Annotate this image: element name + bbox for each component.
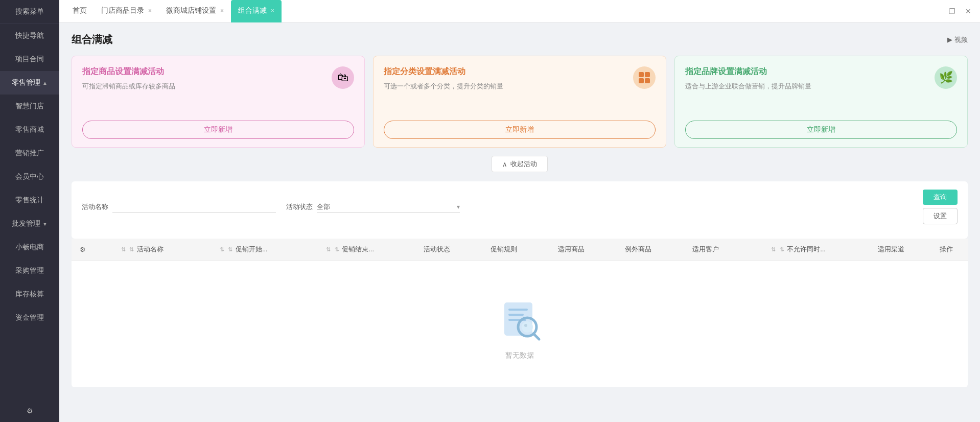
sidebar-item-inventory-calc[interactable]: 库存核算 — [0, 283, 59, 306]
chevron-down-icon: ▼ — [42, 221, 48, 227]
tab-store-catalog[interactable]: 门店商品目录 × — [94, 0, 159, 22]
svg-point-9 — [522, 321, 533, 333]
table-col-promo-start[interactable]: ⇅ 促销开始... — [191, 239, 297, 261]
table-header-row: ⚙ ⇅ 活动名称 ⇅ 促销开始... ⇅ 促销结束... — [72, 239, 968, 261]
sidebar-item-label: 会员中心 — [15, 172, 44, 181]
promo-card-desc: 可指定滞销商品或库存较多商品 — [82, 81, 354, 113]
sidebar-item-label: 快捷导航 — [15, 31, 44, 40]
sidebar-item-project-contract[interactable]: 项目合同 — [0, 48, 59, 71]
promo-cards: 指定商品设置满减活动 🛍 可指定滞销商品或库存较多商品 立即新增 指定分类设置满… — [72, 56, 968, 148]
table-col-promo-end[interactable]: ⇅ 促销结束... — [297, 239, 403, 261]
svg-rect-2 — [639, 78, 644, 83]
promo-card-title: 指定分类设置满减活动 — [384, 66, 656, 77]
sidebar-item-smart-store[interactable]: 智慧门店 — [0, 95, 59, 118]
sidebar-item-retail-mall[interactable]: 零售商城 — [0, 118, 59, 142]
filter-activity-status-label: 活动状态 — [286, 202, 313, 212]
play-circle-icon: ▶ — [947, 36, 952, 43]
promo-card-icon-goods: 🛍 — [332, 66, 354, 89]
sidebar-item-quick-nav[interactable]: 快捷导航 — [0, 24, 59, 48]
sidebar-item-fund-manage[interactable]: 资金管理 — [0, 306, 59, 330]
sort-icon: ⇅ — [780, 246, 784, 252]
sidebar-item-label: 智慧门店 — [15, 102, 44, 111]
main-content: 首页 门店商品目录 × 微商城店铺设置 × 组合满减 × ❐ ✕ 组合满减 ▶ … — [59, 0, 980, 422]
empty-illustration — [77, 297, 963, 345]
promo-card-goods: 指定商品设置满减活动 🛍 可指定滞销商品或库存较多商品 立即新增 — [72, 56, 365, 148]
collapse-bar: ∧ 收起活动 — [72, 156, 968, 172]
svg-rect-6 — [508, 314, 524, 316]
svg-rect-5 — [508, 309, 528, 311]
tab-home[interactable]: 首页 — [65, 0, 94, 22]
page-content: 组合满减 ▶ 视频 指定商品设置满减活动 🛍 可指定滞销商品或库存较多商品 立即… — [59, 22, 980, 422]
tab-label: 门店商品目录 — [101, 6, 144, 15]
sidebar-item-label: 零售统计 — [15, 196, 44, 205]
sidebar-item-label: 零售商城 — [15, 125, 44, 134]
filter-activity-name: 活动名称 — [82, 201, 276, 213]
bag-icon: 🛍 — [337, 71, 348, 84]
page-header: 组合满减 ▶ 视频 — [72, 33, 968, 46]
promo-card-icon-brand: 🌿 — [935, 66, 957, 89]
sort-icon: ⇅ — [129, 246, 134, 252]
svg-rect-1 — [645, 72, 650, 77]
sidebar-item-purchase-manage[interactable]: 采购管理 — [0, 259, 59, 283]
promo-card-category: 指定分类设置满减活动 可选一个或者多个分类，提升分类的销量 立即新增 — [373, 56, 666, 148]
table-col-no-concurrent[interactable]: ⇅ 不允许同时... — [739, 239, 857, 261]
sidebar-search[interactable]: 搜索菜单 — [0, 0, 59, 24]
sidebar-item-label: 小畅电商 — [15, 243, 44, 252]
svg-line-10 — [533, 334, 539, 339]
tab-close-icon[interactable]: × — [148, 7, 152, 14]
query-button[interactable]: 查询 — [923, 190, 958, 205]
filter-activity-name-label: 活动名称 — [82, 202, 108, 212]
promo-card-btn-brand[interactable]: 立即新增 — [685, 121, 957, 139]
sidebar-item-retail-manage[interactable]: 零售管理 ▲ — [0, 71, 59, 95]
sidebar-item-label: 库存核算 — [15, 290, 44, 299]
tab-close-icon[interactable]: × — [220, 7, 224, 14]
sidebar-item-retail-stats[interactable]: 零售统计 — [0, 189, 59, 212]
promo-card-btn-goods[interactable]: 立即新增 — [82, 121, 354, 139]
video-label: 视频 — [954, 35, 968, 44]
empty-state: 暂无数据 — [77, 267, 963, 381]
table-col-exception-goods: 例外商品 — [605, 239, 672, 261]
table-col-gear[interactable]: ⚙ — [72, 239, 94, 261]
sidebar-item-xc-ecommerce[interactable]: 小畅电商 — [0, 236, 59, 259]
sidebar-item-label: 采购管理 — [15, 266, 44, 275]
table-section: ⚙ ⇅ 活动名称 ⇅ 促销开始... ⇅ 促销结束... — [72, 239, 968, 387]
tab-label: 首页 — [73, 6, 87, 15]
filter-actions: 查询 设置 — [923, 190, 958, 224]
table-col-activity-name[interactable]: ⇅ 活动名称 — [94, 239, 191, 261]
page-title: 组合满减 — [72, 33, 112, 46]
tab-label: 微商城店铺设置 — [166, 6, 216, 15]
promo-card-brand: 指定品牌设置满减活动 🌿 适合与上游企业联合做营销，提升品牌销量 立即新增 — [674, 56, 968, 148]
promo-card-desc: 适合与上游企业联合做营销，提升品牌销量 — [685, 81, 957, 113]
sidebar-item-wholesale-manage[interactable]: 批发管理 ▼ — [0, 212, 59, 236]
collapse-button[interactable]: ∧ 收起活动 — [492, 156, 548, 172]
sidebar-item-member-center[interactable]: 会员中心 — [0, 165, 59, 189]
sidebar-settings[interactable]: ⚙ — [0, 400, 59, 422]
tab-close-icon[interactable]: × — [271, 7, 274, 14]
sort-icon: ⇅ — [335, 246, 339, 252]
restore-button[interactable]: ❐ — [946, 6, 958, 17]
svg-rect-3 — [645, 78, 650, 83]
activity-name-input[interactable] — [112, 201, 276, 213]
filter-activity-status: 活动状态 全部 进行中 未开始 已结束 ▾ — [286, 201, 460, 213]
empty-state-row: 暂无数据 — [72, 261, 968, 387]
activity-status-select-wrapper: 全部 进行中 未开始 已结束 ▾ — [317, 201, 460, 213]
video-link[interactable]: ▶ 视频 — [947, 35, 968, 44]
close-button[interactable]: ✕ — [963, 6, 974, 17]
chevron-up-icon: ▲ — [42, 80, 48, 86]
tab-combo-discount[interactable]: 组合满减 × — [231, 0, 282, 22]
table-col-applicable-channel: 适用渠道 — [857, 239, 924, 261]
sidebar-item-label: 批发管理 — [12, 219, 40, 228]
chevron-up-icon: ∧ — [502, 160, 507, 168]
sidebar-item-marketing[interactable]: 营销推广 — [0, 142, 59, 165]
promo-card-btn-category[interactable]: 立即新增 — [384, 121, 656, 139]
sidebar-item-label: 营销推广 — [15, 149, 44, 158]
sidebar-item-label: 项目合同 — [15, 55, 44, 64]
gear-icon: ⚙ — [80, 246, 86, 253]
tab-label: 组合满减 — [238, 6, 267, 15]
tab-mini-store-settings[interactable]: 微商城店铺设置 × — [159, 0, 231, 22]
filter-row: 活动名称 活动状态 全部 进行中 未开始 已结束 ▾ — [82, 190, 958, 224]
activity-status-select[interactable]: 全部 进行中 未开始 已结束 — [317, 201, 460, 213]
gear-icon: ⚙ — [27, 407, 33, 415]
settings-button[interactable]: 设置 — [923, 208, 958, 224]
data-table: ⚙ ⇅ 活动名称 ⇅ 促销开始... ⇅ 促销结束... — [72, 239, 968, 387]
